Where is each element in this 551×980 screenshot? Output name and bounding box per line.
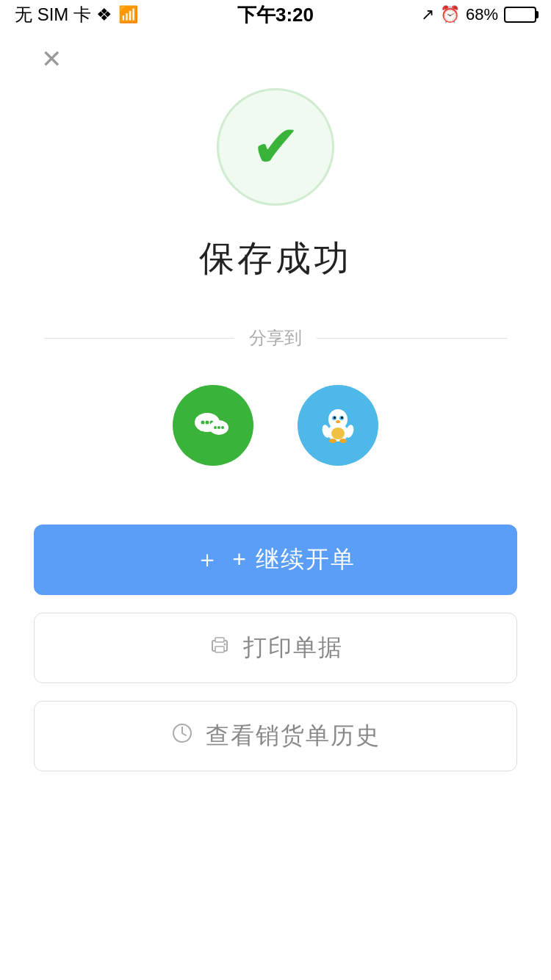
svg-point-6 (217, 426, 220, 429)
print-button[interactable]: 打印单据 (34, 613, 517, 683)
svg-point-12 (334, 417, 336, 419)
plus-icon: ＋ (195, 544, 220, 576)
divider-right (317, 338, 507, 339)
svg-point-24 (224, 644, 226, 646)
location-icon: ↗ (421, 5, 434, 24)
status-bar: 无 SIM 卡 ❖ 📶 下午3:20 ↗ ⏰ 68% (0, 0, 551, 29)
alarm-icon: ⏰ (440, 5, 460, 24)
battery-pct: 68% (466, 5, 498, 24)
qq-share-button[interactable] (298, 385, 378, 466)
svg-rect-22 (215, 646, 224, 652)
svg-point-17 (329, 439, 336, 443)
svg-point-2 (206, 421, 209, 425)
share-icons (173, 385, 378, 466)
success-circle: ✔ (217, 88, 334, 206)
wifi-icon: 📶 (118, 5, 138, 24)
svg-point-5 (214, 426, 217, 429)
history-label: 查看销货单历史 (206, 720, 381, 752)
svg-point-14 (336, 420, 340, 423)
status-right: ↗ ⏰ 68% (421, 5, 536, 24)
wechat-share-button[interactable] (173, 385, 253, 466)
status-time: 下午3:20 (237, 2, 314, 28)
history-button[interactable]: 查看销货单历史 (34, 701, 517, 771)
continue-order-label: + 继续开单 (232, 544, 356, 576)
qq-icon (316, 403, 360, 447)
checkmark-icon: ✔ (251, 118, 300, 176)
share-divider: 分享到 (0, 326, 551, 350)
close-button[interactable]: ✕ (34, 41, 69, 76)
action-buttons: ＋ + 继续开单 打印单据 查看销货单历史 (0, 525, 551, 771)
success-title: 保存成功 (199, 235, 352, 282)
share-label: 分享到 (234, 326, 317, 350)
continue-order-button[interactable]: ＋ + 继续开单 (34, 525, 517, 595)
wechat-icon (191, 403, 235, 447)
print-icon (208, 633, 231, 663)
battery-icon (504, 7, 536, 23)
svg-rect-23 (215, 638, 224, 642)
print-label: 打印单据 (243, 632, 343, 664)
divider-left (44, 338, 234, 339)
status-left: 无 SIM 卡 ❖ 📶 (15, 3, 138, 26)
main-content: ✔ 保存成功 分享到 (0, 29, 551, 771)
sim-status: 无 SIM 卡 ❖ (15, 3, 112, 26)
svg-point-16 (331, 428, 345, 439)
history-icon (170, 721, 194, 751)
close-icon: ✕ (41, 46, 62, 71)
svg-point-13 (341, 417, 343, 419)
svg-point-7 (221, 426, 224, 429)
svg-point-1 (201, 421, 205, 425)
svg-point-18 (339, 439, 347, 443)
